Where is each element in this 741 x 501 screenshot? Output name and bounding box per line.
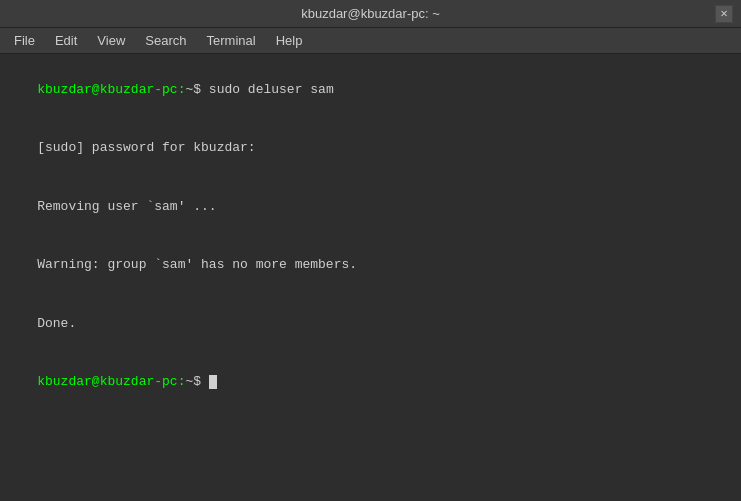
close-button[interactable]: ✕ xyxy=(715,5,733,23)
menu-view[interactable]: View xyxy=(87,31,135,50)
title-bar: kbuzdar@kbuzdar-pc: ~ ✕ xyxy=(0,0,741,28)
terminal-line-1: kbuzdar@kbuzdar-pc:~$ sudo deluser sam xyxy=(6,60,735,119)
terminal-line-5: Done. xyxy=(6,294,735,353)
terminal-line-6: kbuzdar@kbuzdar-pc:~$ xyxy=(6,353,735,412)
menu-edit[interactable]: Edit xyxy=(45,31,87,50)
output-2: [sudo] password for kbuzdar: xyxy=(37,140,255,155)
terminal-area[interactable]: kbuzdar@kbuzdar-pc:~$ sudo deluser sam [… xyxy=(0,54,741,501)
command-1: sudo deluser sam xyxy=(209,82,334,97)
prompt-suffix-1: ~$ xyxy=(185,82,208,97)
menu-bar: File Edit View Search Terminal Help xyxy=(0,28,741,54)
output-4: Warning: group `sam' has no more members… xyxy=(37,257,357,272)
terminal-line-3: Removing user `sam' ... xyxy=(6,177,735,236)
output-3: Removing user `sam' ... xyxy=(37,199,216,214)
terminal-line-2: [sudo] password for kbuzdar: xyxy=(6,119,735,178)
prompt-1: kbuzdar@kbuzdar-pc: xyxy=(37,82,185,97)
title-bar-text: kbuzdar@kbuzdar-pc: ~ xyxy=(301,6,440,21)
menu-terminal[interactable]: Terminal xyxy=(197,31,266,50)
menu-search[interactable]: Search xyxy=(135,31,196,50)
cursor xyxy=(209,375,217,389)
output-5: Done. xyxy=(37,316,76,331)
prompt-6: kbuzdar@kbuzdar-pc: xyxy=(37,374,185,389)
menu-help[interactable]: Help xyxy=(266,31,313,50)
terminal-line-4: Warning: group `sam' has no more members… xyxy=(6,236,735,295)
menu-file[interactable]: File xyxy=(4,31,45,50)
prompt-suffix-6: ~$ xyxy=(185,374,208,389)
